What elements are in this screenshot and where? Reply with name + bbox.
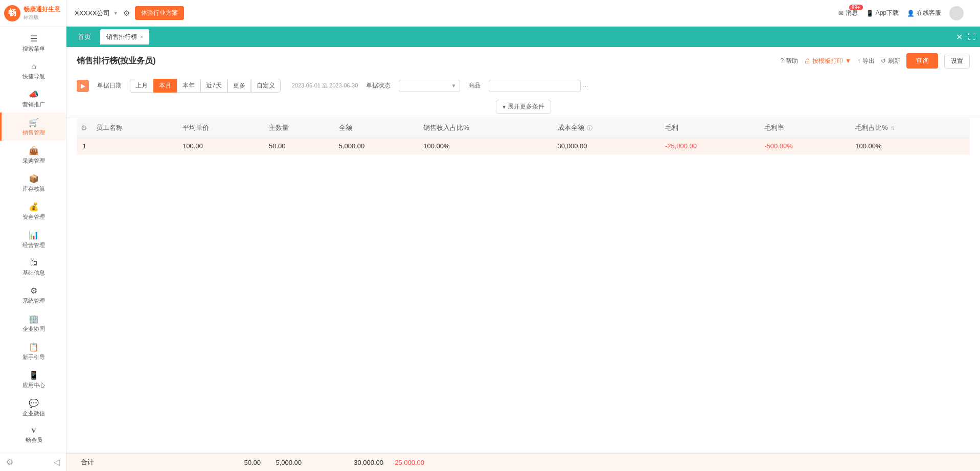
export-icon: ↑ <box>857 57 860 64</box>
logo-icon: 畅 <box>4 5 20 21</box>
refresh-btn[interactable]: ↺ 刷新 <box>881 57 900 65</box>
user-avatar[interactable] <box>949 6 964 20</box>
sidebar-item-marketing[interactable]: 📣 营销推广 <box>0 84 66 113</box>
guide-icon: 📋 <box>29 342 39 352</box>
col-profit-rate-header: 毛利率 <box>760 118 851 138</box>
row-qty: 50.00 <box>265 138 335 154</box>
sidebar-item-wechat[interactable]: 💬 企业微信 <box>0 393 66 421</box>
tab-minimize-icon[interactable]: ✕ <box>956 32 963 42</box>
status-select[interactable] <box>399 80 460 92</box>
row-rank: 1 <box>77 138 92 154</box>
sidebar-item-finance[interactable]: 💰 资金管理 <box>0 197 66 225</box>
finance-icon: 💰 <box>29 202 39 212</box>
row-profit: -25,000.00 <box>661 138 760 154</box>
settings-button[interactable]: 设置 <box>944 54 970 69</box>
enterprise-icon: 🏢 <box>29 314 39 324</box>
tab-expand-icon[interactable]: ⛶ <box>968 32 976 41</box>
topbar: XXXXX公司 ▼ ⚙ 体验行业方案 ✉ 消息 99+ 📱 App下载 👤 在线… <box>66 0 980 27</box>
tabbar: 首页 销售排行榜 × ✕ ⛶ <box>66 27 980 47</box>
col-settings-icon[interactable]: ⚙ <box>81 124 87 132</box>
product-more-btn[interactable]: ··· <box>583 82 588 89</box>
sidebar-logo: 畅 畅康通好生意 标准版 <box>0 0 66 27</box>
member-icon: V <box>31 427 36 435</box>
last7-btn[interactable]: 近7天 <box>200 79 227 93</box>
col-profit-header: 毛利 <box>661 118 760 138</box>
inventory-icon: 📦 <box>29 174 39 184</box>
main-area: XXXXX公司 ▼ ⚙ 体验行业方案 ✉ 消息 99+ 📱 App下载 👤 在线… <box>66 0 980 471</box>
total-label: 合计 <box>81 458 152 467</box>
row-employee <box>92 138 178 154</box>
sidebar: 畅 畅康通好生意 标准版 ☰ 搜索菜单 ⌂ 快捷导航 📣 营销推广 🛒 销售管理… <box>0 0 66 471</box>
company-name: XXXXX公司 <box>75 9 110 18</box>
message-btn[interactable]: ✉ 消息 99+ <box>838 9 858 17</box>
refresh-icon: ↺ <box>881 57 886 64</box>
current-year-btn[interactable]: 本年 <box>177 79 200 93</box>
print-btn[interactable]: 🖨 按模板打印 ▼ <box>804 57 851 65</box>
online-service-btn[interactable]: 👤 在线客服 <box>907 9 941 17</box>
date-range-text: 2023-06-01 至 2023-06-30 <box>292 82 358 89</box>
settings-gear-icon[interactable]: ⚙ <box>6 457 13 467</box>
service-icon: 👤 <box>907 10 915 17</box>
sidebar-item-member[interactable]: V 畅会员 <box>0 421 66 448</box>
last-month-btn[interactable]: 上月 <box>130 79 153 93</box>
more-date-btn[interactable]: 更多 <box>227 79 251 93</box>
page-title: 销售排行榜(按业务员) <box>77 56 156 66</box>
product-input[interactable] <box>489 80 581 92</box>
topbar-settings-icon[interactable]: ⚙ <box>123 9 130 18</box>
sidebar-item-purchase[interactable]: 👜 采购管理 <box>0 141 66 169</box>
row-sales-pct: 100.00% <box>419 138 553 154</box>
product-label: 商品 <box>468 81 481 90</box>
sidebar-item-operations[interactable]: 📊 经营管理 <box>0 225 66 253</box>
app-download-btn[interactable]: 📱 App下载 <box>866 9 899 17</box>
collapse-sidebar-icon[interactable]: ◁ <box>54 457 60 467</box>
col-amount-header: 全额 <box>335 118 420 138</box>
sidebar-item-sales[interactable]: 🛒 销售管理 <box>0 113 66 141</box>
sidebar-item-system[interactable]: ⚙ 系统管理 <box>0 281 66 309</box>
status-label: 单据状态 <box>366 81 391 90</box>
search-menu-icon: ☰ <box>30 34 37 43</box>
print-chevron-icon: ▼ <box>845 57 851 64</box>
tab-home[interactable]: 首页 <box>71 27 98 47</box>
page-actions: ? 帮助 🖨 按模板打印 ▼ ↑ 导出 ↺ 刷新 <box>780 53 970 69</box>
filter-row-main: ▶ 单据日期 上月 本月 本年 近7天 更多 自定义 2023-06-01 至 … <box>77 74 970 97</box>
row-amount: 5,000.00 <box>335 138 420 154</box>
export-btn[interactable]: ↑ 导出 <box>857 57 875 65</box>
filter-collapse-btn[interactable]: ▶ <box>77 80 89 92</box>
company-selector[interactable]: XXXXX公司 ▼ <box>75 9 118 18</box>
trial-btn[interactable]: 体验行业方案 <box>135 6 184 20</box>
tab-sales-ranking[interactable]: 销售排行榜 × <box>100 29 149 44</box>
expand-more-btn[interactable]: ▾ 展开更多条件 <box>496 100 551 114</box>
page-filter-area: 销售排行榜(按业务员) ? 帮助 🖨 按模板打印 ▼ ↑ 导出 <box>66 47 980 118</box>
home-icon: ⌂ <box>31 62 36 71</box>
message-badge: 99+ <box>849 5 863 10</box>
sidebar-item-enterprise[interactable]: 🏢 企业协同 <box>0 309 66 337</box>
sidebar-item-inventory[interactable]: 📦 库存核算 <box>0 169 66 197</box>
profit-pct-sort-icon[interactable]: ⇅ <box>891 125 895 131</box>
col-qty-header: 主数量 <box>265 118 335 138</box>
col-cost-header: 成本全额 ⓘ <box>554 118 661 138</box>
sidebar-item-apps[interactable]: 📱 应用中心 <box>0 365 66 393</box>
custom-btn[interactable]: 自定义 <box>251 79 281 93</box>
sidebar-item-search[interactable]: ☰ 搜索菜单 <box>0 29 66 57</box>
query-button[interactable]: 查询 <box>906 53 938 69</box>
purchase-icon: 👜 <box>29 146 39 155</box>
current-month-btn[interactable]: 本月 <box>153 79 177 93</box>
date-filter-group: 上月 本月 本年 近7天 更多 自定义 <box>130 79 281 93</box>
data-table: ⚙ 员工名称 平均单价 主数量 全额 <box>77 118 970 154</box>
table-area: ⚙ 员工名称 平均单价 主数量 全额 <box>66 118 980 453</box>
app-download-icon: 📱 <box>866 10 874 17</box>
sidebar-item-shortcut[interactable]: ⌂ 快捷导航 <box>0 57 66 84</box>
table-footer: 合计 50.00 5,000.00 30,000.00 -25,000.00 <box>66 453 980 471</box>
filter-collapse-icon: ▶ <box>81 82 85 89</box>
help-link[interactable]: ? 帮助 <box>780 57 798 65</box>
cost-info-icon[interactable]: ⓘ <box>587 125 592 131</box>
marketing-icon: 📣 <box>29 89 39 99</box>
product-filter: ··· <box>489 80 588 92</box>
row-cost: 30,000.00 <box>554 138 661 154</box>
sidebar-item-guide[interactable]: 📋 新手引导 <box>0 337 66 365</box>
total-cost: 30,000.00 <box>347 459 388 466</box>
tab-close-icon[interactable]: × <box>140 34 143 40</box>
topbar-right: ✉ 消息 99+ 📱 App下载 👤 在线客服 <box>838 6 972 20</box>
system-icon: ⚙ <box>30 286 37 296</box>
sidebar-item-basic[interactable]: 🗂 基础信息 <box>0 253 66 281</box>
